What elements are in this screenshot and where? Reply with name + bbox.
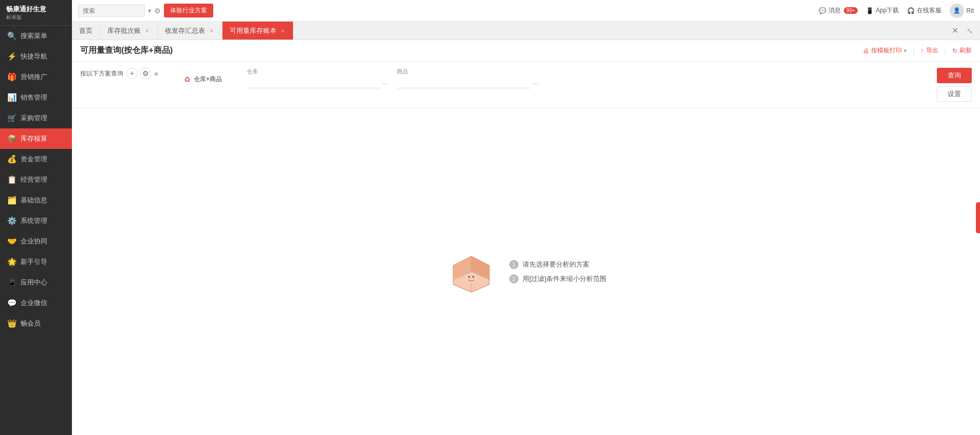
tabbar: 首页 库存批次账 × 收发存汇总表 × 可用量库存账本 × ✕ ⤡ <box>72 22 980 40</box>
query-row: 按以下方案查询 ＋ ⚙ « ♻ 仓库+商品 <box>80 68 972 102</box>
sidebar-label-shortcut: 快捷导航 <box>21 52 47 61</box>
refresh-btn[interactable]: ↻ 刷新 <box>952 46 972 55</box>
sidebar-item-marketing-promo[interactable]: 🎁营销推广 <box>0 67 72 87</box>
sidebar-item-newbie[interactable]: 🌟新手引导 <box>0 252 72 272</box>
topbar-search-area: ▾ ⚙ 体验行业方案 <box>78 4 815 17</box>
sidebar-item-basic[interactable]: 🗂️基础信息 <box>0 190 72 211</box>
sidebar-item-system[interactable]: ⚙️系统管理 <box>0 211 72 231</box>
scheme-item-warehouse-product[interactable]: ♻ 仓库+商品 <box>179 72 241 87</box>
setting-btn[interactable]: 设置 <box>937 86 972 102</box>
tab-inventory-summary[interactable]: 收发存汇总表 × <box>158 22 222 40</box>
empty-state: 1请先选择要分析的方案2用[过滤]条件来缩小分析范围 <box>72 108 980 435</box>
product-more-icon[interactable]: ··· <box>532 79 539 87</box>
sidebar-item-enterprise[interactable]: 🤝企业协同 <box>0 231 72 252</box>
tab-batch-account[interactable]: 库存批次账 × <box>100 22 158 40</box>
app-download-btn[interactable]: 📱 App下载 <box>866 6 899 15</box>
export-btn[interactable]: ↑ 导出 <box>921 46 938 55</box>
empty-illustration <box>446 246 497 297</box>
basic-icon: 🗂️ <box>7 196 16 205</box>
sidebar-item-operation[interactable]: 📋经营管理 <box>0 169 72 190</box>
warehouse-input[interactable] <box>247 78 380 88</box>
refresh-label: 刷新 <box>959 46 972 55</box>
scheme-actions: ＋ ⚙ « <box>126 68 159 79</box>
tab-home[interactable]: 首页 <box>72 22 100 40</box>
tab-inventory-summary-label: 收发存汇总表 <box>165 26 205 35</box>
hint-text-1: 请先选择要分析的方案 <box>523 260 589 269</box>
sidebar-item-wechat[interactable]: 💬企业微信 <box>0 293 72 313</box>
product-filter: 商品 ··· <box>397 68 539 88</box>
sidebar-label-search: 搜索菜单 <box>21 31 47 41</box>
username: Rit <box>966 7 974 14</box>
sidebar-item-inventory[interactable]: 📦库存核算 <box>0 128 72 149</box>
user-area[interactable]: 👤 Rit <box>950 4 974 18</box>
tab-home-label: 首页 <box>79 26 93 35</box>
product-input[interactable] <box>397 78 530 88</box>
sidebar-item-purchase[interactable]: 🛒采购管理 <box>0 108 72 128</box>
sidebar-nav: 🔍搜索菜单⚡快捷导航🎁营销推广📊销售管理🛒采购管理📦库存核算💰资金管理📋经营管理… <box>0 26 72 435</box>
message-label: 消息 <box>828 6 841 15</box>
search-input[interactable] <box>78 5 145 17</box>
empty-hint-1: 1请先选择要分析的方案 <box>509 260 606 269</box>
message-btn[interactable]: 💬 消息 99+ <box>819 6 858 15</box>
warehouse-more-icon[interactable]: ··· <box>382 79 389 87</box>
wechat-icon: 💬 <box>7 298 16 308</box>
query-btn[interactable]: 查询 <box>937 68 972 83</box>
gear-icon[interactable]: ⚙ <box>154 7 161 15</box>
sidebar-item-shortcut[interactable]: ⚡快捷导航 <box>0 46 72 67</box>
query-area: 按以下方案查询 ＋ ⚙ « ♻ 仓库+商品 <box>72 62 980 108</box>
product-label: 商品 <box>397 68 539 75</box>
svg-point-6 <box>472 276 474 278</box>
scrollbar-thumb[interactable] <box>976 202 980 233</box>
manage-scheme-btn[interactable]: ⚙ <box>140 68 151 79</box>
sidebar-logo: 畅康通好生意 标准版 <box>0 0 72 26</box>
sidebar-item-sales[interactable]: 📊销售管理 <box>0 87 72 108</box>
scheme-item-label: 仓库+商品 <box>194 75 222 84</box>
tabbar-expand-icon[interactable]: ⤡ <box>964 26 976 36</box>
sidebar-item-search[interactable]: 🔍搜索菜单 <box>0 26 72 46</box>
sidebar-label-newbie: 新手引导 <box>21 257 47 267</box>
system-icon: ⚙️ <box>7 216 16 225</box>
svg-point-5 <box>468 276 470 278</box>
print-btn[interactable]: 🖨 按模板打印 ▾ <box>863 46 907 55</box>
export-icon: ↑ <box>921 47 924 54</box>
chevron-down-icon[interactable]: ▾ <box>148 7 151 14</box>
hint-text-2: 用[过滤]条件来缩小分析范围 <box>523 274 606 283</box>
sidebar-label-operation: 经营管理 <box>21 175 47 184</box>
phone-icon: 📱 <box>866 7 874 14</box>
action-btns: 查询 设置 <box>937 68 972 102</box>
tab-available-inventory[interactable]: 可用量库存账本 × <box>223 22 293 40</box>
sidebar-label-inventory: 库存核算 <box>21 134 47 143</box>
add-scheme-btn[interactable]: ＋ <box>126 68 138 79</box>
sidebar-label-wechat: 企业微信 <box>21 298 47 308</box>
app-center-icon: 📱 <box>7 278 16 287</box>
enterprise-icon: 🤝 <box>7 237 16 246</box>
tab-batch-account-close[interactable]: × <box>144 27 150 34</box>
tab-available-inventory-label: 可用量库存账本 <box>230 26 276 35</box>
divider2: | <box>945 47 946 54</box>
industry-btn[interactable]: 体验行业方案 <box>164 4 213 17</box>
sidebar-label-marketing-promo: 营销推广 <box>21 72 47 82</box>
tab-inventory-summary-close[interactable]: × <box>208 27 214 34</box>
marketing-promo-icon: 🎁 <box>7 72 16 82</box>
headset-icon: 🎧 <box>907 7 915 14</box>
query-scheme: 按以下方案查询 ＋ ⚙ « <box>80 68 173 79</box>
warehouse-label: 仓库 <box>247 68 389 75</box>
inventory-icon: 📦 <box>7 134 16 143</box>
tabbar-close-icon[interactable]: ✕ <box>949 25 961 36</box>
tab-available-inventory-close[interactable]: × <box>280 27 286 34</box>
sidebar: 畅康通好生意 标准版 🔍搜索菜单⚡快捷导航🎁营销推广📊销售管理🛒采购管理📦库存核… <box>0 0 72 435</box>
sidebar-item-app-center[interactable]: 📱应用中心 <box>0 272 72 293</box>
filters: 仓库 ··· 商品 ··· <box>247 68 931 88</box>
sidebar-item-member[interactable]: 👑畅会员 <box>0 313 72 334</box>
sidebar-label-enterprise: 企业协同 <box>21 237 47 246</box>
collapse-btn[interactable]: « <box>153 68 159 79</box>
logo-sub: 标准版 <box>6 14 66 21</box>
warehouse-filter: 仓库 ··· <box>247 68 389 88</box>
hint-num-2: 2 <box>509 274 519 283</box>
page-header-actions: 🖨 按模板打印 ▾ | ↑ 导出 | ↻ 刷新 <box>863 46 972 55</box>
sidebar-label-basic: 基础信息 <box>21 196 47 205</box>
sidebar-label-sales: 销售管理 <box>21 93 47 102</box>
online-service-btn[interactable]: 🎧 在线客服 <box>907 6 941 15</box>
empty-hint-2: 2用[过滤]条件来缩小分析范围 <box>509 274 606 283</box>
sidebar-item-finance[interactable]: 💰资金管理 <box>0 149 72 169</box>
